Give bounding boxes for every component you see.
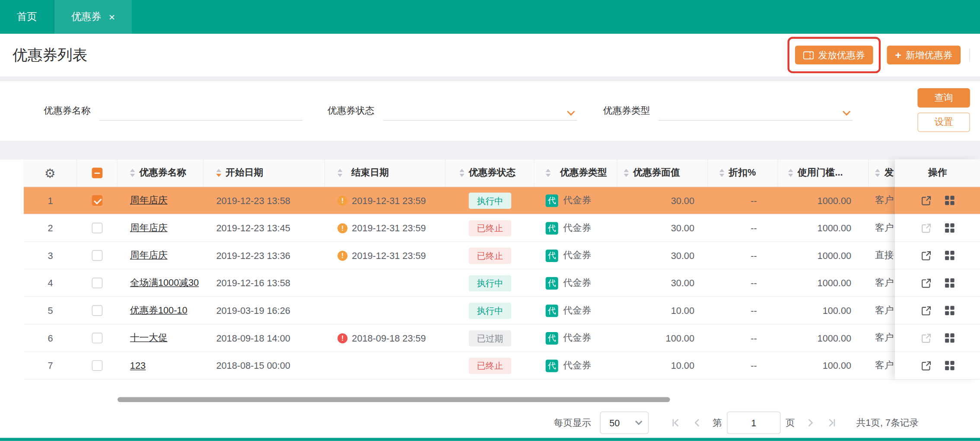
row-checkbox[interactable]: [92, 195, 103, 206]
grid-menu-icon[interactable]: [944, 333, 955, 344]
row-checkbox[interactable]: [92, 250, 103, 261]
coupon-name-link[interactable]: 十一大促: [130, 332, 168, 344]
grid-menu-icon[interactable]: [944, 360, 955, 371]
col-header-end: 结束日期: [351, 167, 389, 179]
start-date: 2019-12-23 13:36: [204, 242, 325, 269]
grid-menu-icon[interactable]: [944, 250, 955, 261]
row-checkbox[interactable]: [92, 360, 103, 371]
vertical-divider: [969, 48, 970, 62]
sort-icon[interactable]: [216, 169, 221, 177]
issue-coupon-label: 发放优惠券: [818, 49, 865, 61]
status-badge: 已终止: [469, 247, 511, 264]
grid-menu-icon[interactable]: [944, 195, 955, 206]
threshold: 1000.00: [778, 187, 869, 214]
gear-icon[interactable]: ⚙: [45, 166, 56, 179]
select-all-checkbox[interactable]: [92, 168, 102, 179]
warning-icon: [337, 333, 347, 343]
coupon-type-select[interactable]: [659, 102, 853, 120]
close-icon[interactable]: ×: [109, 12, 115, 22]
sort-icon[interactable]: [546, 169, 551, 177]
prev-page-button[interactable]: [689, 415, 705, 431]
per-page-value: 50: [609, 417, 620, 428]
red-annotation-box: 发放优惠券: [788, 37, 881, 73]
table-row[interactable]: 5 优惠券100-10 2019-03-19 16:26 执行中 代代金券 10…: [24, 297, 944, 325]
add-coupon-label: 新增优惠券: [906, 49, 952, 61]
col-header-name: 优惠券名称: [140, 167, 186, 179]
row-actions: [895, 297, 980, 325]
open-share-icon[interactable]: [920, 277, 932, 288]
sort-icon[interactable]: [875, 169, 880, 177]
end-date: 2019-12-31 23:59: [352, 250, 426, 261]
coupon-name-link[interactable]: 123: [130, 360, 146, 371]
grid-menu-icon[interactable]: [944, 223, 955, 233]
coupon-type-label: 优惠券类型: [603, 105, 650, 117]
col-header-start: 开始日期: [226, 167, 263, 179]
chevron-down-icon: [567, 107, 575, 115]
section-gap: [0, 141, 980, 159]
discount: --: [708, 269, 778, 296]
coupon-name-link[interactable]: 周年店庆: [130, 195, 168, 206]
sort-icon[interactable]: [459, 169, 465, 177]
sort-icon[interactable]: [788, 169, 793, 177]
coupon-name-field[interactable]: [99, 102, 302, 120]
open-share-icon[interactable]: [920, 222, 932, 233]
sort-icon[interactable]: [624, 169, 629, 177]
page-number-input[interactable]: [727, 412, 780, 434]
open-share-icon[interactable]: [920, 332, 932, 344]
status-badge: 已过期: [469, 330, 511, 346]
filter-bar: 优惠券名称 优惠券状态 优惠券类型 查询 设置: [0, 81, 980, 141]
pagination-bar: 每页显示 50 第 页 共1页, 7条记录: [0, 409, 980, 438]
table-row[interactable]: 3 周年店庆 2019-12-23 13:36 2019-12-31 23:59…: [24, 242, 944, 270]
row-checkbox[interactable]: [92, 305, 103, 316]
status-badge: 执行中: [469, 192, 511, 209]
table-row[interactable]: 7 123 2018-08-15 00:00 已终止 代代金券 10.00 --…: [24, 352, 944, 380]
query-button[interactable]: 查询: [917, 88, 970, 108]
start-date: 2019-03-19 16:26: [204, 297, 325, 324]
face-value: 10.00: [617, 297, 708, 324]
next-page-button[interactable]: [802, 415, 819, 431]
issue-coupon-button[interactable]: 发放优惠券: [795, 46, 873, 64]
face-value: 100.00: [617, 325, 708, 352]
title-bar: 优惠券列表 发放优惠券 + 新增优惠券: [0, 34, 980, 76]
status-badge: 执行中: [469, 302, 511, 319]
grid-menu-icon[interactable]: [944, 305, 955, 316]
coupon-name-input[interactable]: [99, 103, 302, 114]
sort-icon[interactable]: [130, 169, 135, 177]
table-row[interactable]: 2 周年店庆 2019-12-23 13:45 2019-12-31 23:59…: [24, 214, 944, 242]
row-checkbox[interactable]: [92, 278, 103, 288]
row-checkbox[interactable]: [92, 223, 103, 233]
end-date: [325, 269, 445, 296]
last-page-button[interactable]: [824, 415, 840, 431]
voucher-type-icon: 代: [546, 222, 558, 234]
add-coupon-button[interactable]: + 新增优惠券: [887, 46, 961, 64]
coupon-name-link[interactable]: 周年店庆: [130, 249, 168, 261]
chevron-down-icon: [635, 418, 642, 425]
coupon-name-link[interactable]: 周年店庆: [130, 222, 168, 233]
first-page-button[interactable]: [668, 415, 684, 431]
coupon-name-link[interactable]: 全场满1000减30: [130, 277, 199, 289]
status-badge: 已终止: [469, 358, 511, 374]
row-checkbox[interactable]: [92, 333, 103, 344]
grid-menu-icon[interactable]: [944, 278, 955, 288]
table-row[interactable]: 1 周年店庆 2019-12-23 13:58 2019-12-31 23:59…: [24, 187, 944, 214]
coupon-status-select[interactable]: [383, 102, 577, 120]
open-share-icon[interactable]: [920, 250, 932, 261]
open-share-icon[interactable]: [920, 305, 932, 316]
coupon-name-link[interactable]: 优惠券100-10: [130, 304, 188, 316]
settings-button[interactable]: 设置: [917, 112, 970, 132]
sort-icon[interactable]: [719, 169, 725, 177]
table-row[interactable]: 6 十一大促 2018-09-18 14:00 2018-09-18 23:59…: [24, 325, 944, 352]
row-index: 5: [24, 297, 77, 324]
discount: --: [708, 297, 778, 324]
horizontal-scrollbar[interactable]: [118, 397, 670, 402]
warning-icon: [337, 250, 347, 260]
per-page-select[interactable]: 50: [600, 412, 649, 434]
tab-coupon[interactable]: 优惠券 ×: [54, 0, 132, 34]
tab-home[interactable]: 首页: [0, 0, 54, 34]
end-date: [325, 352, 445, 379]
open-share-icon[interactable]: [920, 195, 932, 206]
end-date: [325, 297, 445, 324]
sort-icon[interactable]: [337, 169, 343, 177]
table-row[interactable]: 4 全场满1000减30 2019-12-16 13:58 执行中 代代金券 3…: [24, 269, 944, 297]
open-share-icon[interactable]: [920, 360, 932, 371]
